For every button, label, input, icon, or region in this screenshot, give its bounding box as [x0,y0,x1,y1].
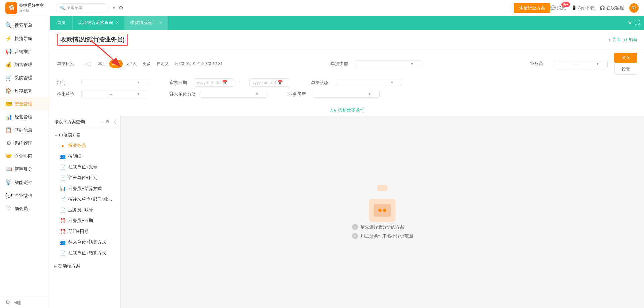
export-button[interactable]: ↑ 导出 [609,37,621,43]
tab-receipt-stat[interactable]: 收款情况统计 ✕ [125,16,168,30]
party-cat-select[interactable]: ▼ [200,91,267,98]
group-title-label: 电脑端方案 [59,132,81,138]
set-button[interactable]: 设置 [614,64,637,75]
system-icon: ⚙ [5,140,12,146]
sidebar-item-search[interactable]: 🔍 搜索菜单 [0,19,50,32]
scheme-item-party-settle2[interactable]: 📄 往来单位+结算方式 [50,248,120,258]
sidebar-item-inventory[interactable]: 🏠 库存核算 [0,84,50,97]
party-dots[interactable]: ··· [109,92,112,97]
scheme-group-desktop-title[interactable]: ▼ 电脑端方案 [50,130,120,140]
scheme-collapse-button[interactable]: 《 [112,119,116,125]
app-download-button[interactable]: 📱 App下载 [571,5,594,11]
review-date-from[interactable]: yyyy-mm-dd 📅 [194,78,234,87]
scheme-item-sales-date[interactable]: ⏰ 业务员+日期 [50,215,120,226]
active-item-icon: ● [60,143,66,148]
message-badge: 99+ [561,2,570,7]
search-menu-input[interactable]: 🔍 搜索菜单 [56,3,109,12]
sidebar-item-wechat[interactable]: 💬 企业微信 [0,189,50,202]
sidebar-item-label: 智能硬件 [15,179,32,186]
date-tab-7days[interactable]: 近7天 [123,60,139,68]
message-button[interactable]: 💬 消息 99+ [550,5,566,11]
party-select[interactable]: ··· ▼ [81,90,148,98]
sales-settle-icon: 📊 [60,186,66,191]
date-tab-this-month[interactable]: 本月 [95,60,109,68]
tab-close-all[interactable]: ✕ [628,20,632,26]
export-label: 导出 [612,37,621,43]
sidebar-item-nav[interactable]: ⚡ 快捷导航 [0,32,50,45]
dept-select[interactable]: ▼ [81,79,148,86]
sidebar-item-base[interactable]: 📋 基础信息 [0,123,50,137]
doc-status-select[interactable]: ▼ [335,79,402,86]
tab-bank-flow-close[interactable]: ✕ [116,20,119,25]
date-range-display: 2023-01-01 至 2023-12-31 [175,61,223,67]
sidebar-collapse-icon[interactable]: ◀▮ [14,299,21,305]
salesman-select[interactable]: ··· ▼ [554,60,608,68]
scheme-item-sales-acct[interactable]: 📄 业务员+账号 [50,205,120,215]
scheme-item-party-settle1[interactable]: 👥 往来单位+结算方式 [50,237,120,248]
query-button[interactable]: 查询 [614,53,637,63]
date-tab-more[interactable]: 更多 [140,60,153,68]
filter-row-1: 单据日期 上月 本月 本年 近7天 更多 自定义 2023-01-01 至 20… [57,53,637,75]
scheme-panel: 按以下方案查询 + ⚙ 《 ▼ 电脑端方案 ● 按业务员 👥 [50,116,121,308]
export-icon: ↑ [609,37,611,42]
tab-maximize[interactable]: ⛶ [635,20,640,26]
more-dots[interactable]: ··· [575,61,579,66]
tab-bank-flow-label: 现金银行流水查询 [78,20,113,26]
calendar-icon-from: 📅 [222,80,227,85]
demo-button[interactable]: 体验行业方案 [514,3,550,13]
sidebar-item-operation[interactable]: 📊 经营管理 [0,110,50,123]
inventory-icon: 🏠 [5,88,12,94]
sidebar-item-purchase[interactable]: 🛒 采购管理 [0,71,50,84]
date-tab-last-month[interactable]: 上月 [81,60,95,68]
scheme-item-detail[interactable]: 👥 按明细 [50,151,120,162]
doc-type-select[interactable]: ▼ [355,60,422,67]
search-menu-icon: 🔍 [5,22,12,29]
sidebar-item-guide[interactable]: 📖 新手引导 [0,163,50,176]
scheme-item-party-dept[interactable]: 📄 按往来单位+部门+收... [50,194,120,205]
refresh-button[interactable]: ↺ 刷新 [624,37,637,43]
party-arrow: ▼ [137,92,140,96]
sidebar-item-label: 库存核算 [15,88,32,94]
scheme-settings-button[interactable]: ⚙ [105,119,110,125]
review-date-to[interactable]: yyyy-mm-dd 📅 [249,78,289,87]
sidebar-item-hardware[interactable]: 📡 智能硬件 [0,176,50,189]
content-area: 按以下方案查询 + ⚙ 《 ▼ 电脑端方案 ● 按业务员 👥 [50,116,644,308]
date-tab-this-year[interactable]: 本年 [109,60,123,68]
online-service-button[interactable]: 🎧 在线客服 [600,5,624,11]
message-icon: 💬 [550,5,556,10]
date-tab-custom[interactable]: 自定义 [154,60,171,68]
scheme-item-by-salesman[interactable]: ● 按业务员 [50,140,120,151]
tab-bank-flow[interactable]: 现金银行流水查询 ✕ [73,16,125,30]
scheme-item-party-acct[interactable]: 📄 往来单位+账号 [50,162,120,172]
scheme-item-party-date[interactable]: 📄 往来单位+日期 [50,172,120,183]
tab-home[interactable]: 首页 [50,16,73,30]
sidebar-item-member[interactable]: ♡ 畅会员 [0,202,50,215]
sidebar-item-label: 销售管理 [15,62,32,68]
mobile-group-arrow: ▶ [54,264,57,268]
scheme-item-dept-date[interactable]: ⏰ 部门+日期 [50,226,120,237]
sales-date-icon: ⏰ [60,218,66,223]
base-icon: 📋 [5,127,12,133]
biz-type-select[interactable]: ▼ [313,91,380,98]
user-avatar[interactable]: Rit [629,3,639,13]
sidebar-item-collab[interactable]: 🤝 企业协同 [0,150,50,163]
sidebar-item-sales[interactable]: 💰 销售管理 [0,58,50,71]
filter-row-3: 往来单位 ··· ▼ 往来单位分类 ▼ 业务类型 ▼ [57,90,637,98]
nav-icon: ⚡ [5,35,12,42]
scheme-group-mobile-title[interactable]: ▶ 移动端方案 [50,261,120,271]
tab-receipt-stat-close[interactable]: ✕ [159,20,162,25]
nav-dropdown-icon[interactable]: ▼ [112,6,116,10]
collapse-conditions-button[interactable]: ∧∧ 收起更多条件 [330,107,364,113]
sidebar-settings-icon[interactable]: ⚙ [5,299,10,305]
sidebar-item-finance[interactable]: 💳 资金管理 [0,97,50,110]
scheme-header-actions: + ⚙ 《 [101,119,116,125]
scheme-item-sales-settle[interactable]: 📊 业务员+结算方式 [50,183,120,194]
settings-icon[interactable]: ⚙ [119,5,123,11]
scheme-panel-header: 按以下方案查询 + ⚙ 《 [50,116,120,129]
service-icon: 🎧 [600,5,605,10]
sidebar-item-label: 系统管理 [15,140,32,146]
scheme-add-button[interactable]: + [101,119,103,125]
sidebar-item-marketing[interactable]: 📢 营销推广 [0,45,50,58]
top-bar: 畅 畅捷通好生意 标准版 🔍 搜索菜单 ▼ ⚙ 体验行业方案 💬 消息 99+ … [0,0,644,16]
sidebar-item-system[interactable]: ⚙ 系统管理 [0,137,50,150]
